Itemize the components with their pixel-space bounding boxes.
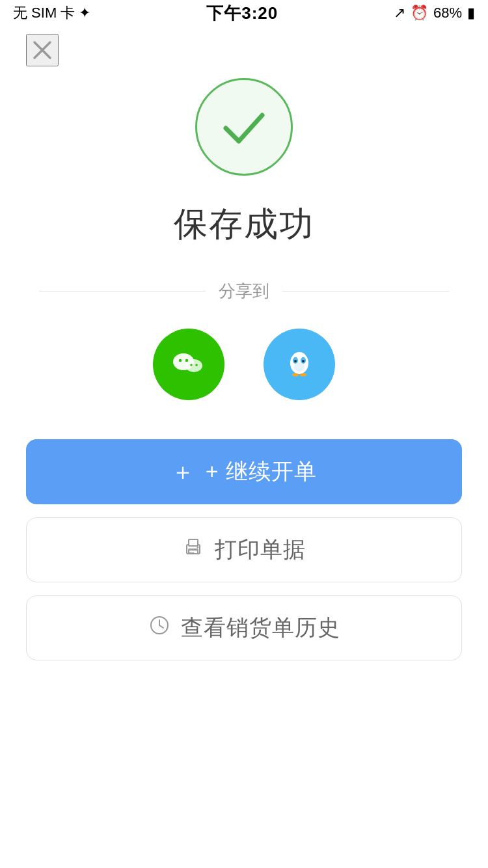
- wechat-share-button[interactable]: [153, 329, 224, 400]
- action-buttons: ＋ + 继续开单 打印单据: [0, 439, 488, 660]
- svg-rect-21: [189, 552, 194, 553]
- share-divider: 分享到: [0, 280, 488, 303]
- share-icons: [153, 329, 335, 400]
- printer-icon: [182, 536, 204, 563]
- alarm-icon: ⏰: [411, 5, 428, 21]
- clock-icon: [148, 614, 170, 642]
- battery-level: 68%: [433, 5, 462, 21]
- print-button[interactable]: 打印单据: [26, 517, 462, 582]
- status-left: 无 SIM 卡 ✦: [13, 3, 90, 23]
- battery-icon: ▮: [467, 5, 475, 21]
- divider-line-right: [282, 291, 449, 292]
- svg-line-25: [159, 625, 163, 628]
- close-button[interactable]: [26, 34, 59, 66]
- success-title: 保存成功: [174, 202, 314, 247]
- location-icon: ↗: [394, 5, 405, 21]
- svg-point-4: [179, 359, 182, 362]
- divider-line-left: [39, 291, 206, 292]
- svg-rect-18: [189, 539, 198, 546]
- history-button[interactable]: 查看销货单历史: [26, 595, 462, 660]
- status-right: ↗ ⏰ 68% ▮: [394, 5, 475, 21]
- svg-point-11: [294, 360, 297, 362]
- status-bar: 无 SIM 卡 ✦ 下午3:20 ↗ ⏰ 68% ▮: [0, 0, 488, 26]
- svg-point-14: [294, 362, 305, 372]
- svg-rect-20: [189, 550, 198, 551]
- svg-point-5: [185, 359, 188, 362]
- status-time: 下午3:20: [206, 2, 278, 25]
- svg-point-6: [190, 364, 193, 366]
- svg-point-22: [197, 547, 199, 549]
- sim-status: 无 SIM 卡 ✦: [13, 3, 90, 23]
- print-label: 打印单据: [215, 535, 306, 565]
- continue-button[interactable]: ＋ + 继续开单: [26, 439, 462, 504]
- share-label: 分享到: [206, 280, 282, 303]
- qq-share-button[interactable]: [264, 329, 335, 400]
- main-content: 保存成功 分享到: [0, 26, 488, 660]
- history-label: 查看销货单历史: [181, 613, 340, 643]
- plus-icon: ＋: [171, 456, 195, 488]
- svg-point-16: [300, 373, 306, 377]
- svg-point-7: [195, 364, 198, 366]
- continue-label: + 继续开单: [206, 457, 317, 487]
- svg-point-15: [292, 373, 299, 377]
- success-circle: [195, 78, 293, 176]
- svg-point-12: [302, 360, 305, 362]
